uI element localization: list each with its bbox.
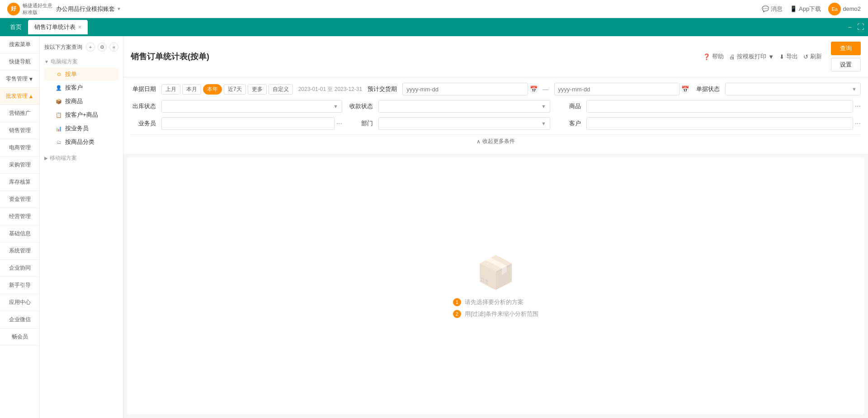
combo-icon: 📋 [55,111,62,119]
filter-area: 单据日期 上月 本月 本年 近7天 更多 自定义 2023-01-01 至 20… [123,77,868,153]
sidebar-item-marketing[interactable]: 营销推广 [0,105,39,122]
logo-area: 好 畅捷通好生意 标准版 [7,2,52,15]
scheme-item-by-customer[interactable]: 👤 按客户 [44,81,118,95]
sidebar-item-basic-info[interactable]: 基础信息 [0,225,39,242]
payment-select-arrow-icon: ▼ [541,104,546,109]
sidebar-item-wechat[interactable]: 企业微信 [0,311,39,328]
help-icon: ❓ [703,53,710,60]
hint-num-1: 1 [453,298,461,306]
sidebar-item-sales[interactable]: 销售管理 [0,122,39,139]
folder-icon: 🗂 [55,138,62,146]
maximize-icon[interactable]: ⛶ [857,23,864,31]
expected-date-to-input[interactable] [554,83,679,95]
refresh-icon: ↺ [803,53,808,60]
page-title: 销售订单统计表(按单) [131,51,209,62]
content-area: 按以下方案查询 + ⚙ « ▼ 电脑端方案 ⊙ 按单 👤 按客 [40,36,868,418]
collapse-panel-button[interactable]: « [109,43,118,52]
salesman-field: ··· [161,117,342,130]
sidebar-item-ecommerce[interactable]: 电商管理 [0,139,39,157]
scheme-item-by-goods-category[interactable]: 🗂 按商品分类 [44,135,118,149]
scheme-item-by-order[interactable]: ⊙ 按单 [44,67,118,81]
scheme-section-desktop: ▼ 电脑端方案 ⊙ 按单 👤 按客户 📦 按商品 📋 按客户+商品 [40,54,123,151]
print-button[interactable]: 🖨 按模板打印 ▼ [729,52,774,61]
shipment-label: 出库状态 [131,102,156,110]
empty-hint-item-2: 2 用[过滤]条件来缩小分析范围 [453,310,538,318]
sidebar-item-retail[interactable]: 零售管理 ▼ [0,71,39,88]
collapse-bar[interactable]: ∧ 收起更多条件 [131,134,861,148]
tab-sales-order-stats[interactable]: 销售订单统计表 × [28,20,88,34]
scheme-item-by-goods[interactable]: 📦 按商品 [44,95,118,108]
refresh-button[interactable]: ↺ 刷新 [803,52,822,61]
tabbar-right: － ⛶ [846,23,864,32]
print-dropdown-icon: ▼ [768,53,774,60]
chart-icon: 📊 [55,125,62,132]
date-range-display: 2023-01-01 至 2023-12-31 [298,86,362,93]
sidebar-item-purchase[interactable]: 采购管理 [0,157,39,174]
sidebar-item-finance[interactable]: 资金管理 [0,191,39,208]
retail-arrow-icon: ▼ [28,76,34,82]
left-panel: 按以下方案查询 + ⚙ « ▼ 电脑端方案 ⊙ 按单 👤 按客 [40,36,123,418]
user-menu[interactable]: Ea demo2 [828,3,861,15]
date-btn-this-year[interactable]: 本年 [203,84,222,95]
page-actions: ❓ 帮助 🖨 按模板打印 ▼ ⬇ 导出 [703,42,861,71]
calendar-from-icon[interactable]: 📅 [530,86,538,93]
status-select-arrow-icon: ▼ [852,86,857,92]
date-btn-custom[interactable]: 自定义 [269,84,293,95]
payment-select[interactable]: ▼ [378,100,550,113]
department-select[interactable]: ▼ [378,117,550,130]
settings-scheme-button[interactable]: ⚙ [98,43,107,52]
tab-close-icon[interactable]: × [78,24,81,30]
status-select[interactable]: ▼ [725,83,861,95]
date-btn-last-month[interactable]: 上月 [161,84,180,95]
print-icon: 🖨 [729,53,735,60]
avatar: Ea [828,3,841,15]
goods-input-wrapper[interactable] [586,100,853,113]
sidebar-item-guide[interactable]: 新手引导 [0,277,39,294]
salesman-input-wrapper[interactable] [161,117,335,130]
scheme-section-title-desktop[interactable]: ▼ 电脑端方案 [44,56,118,67]
calendar-to-icon[interactable]: 📅 [681,86,689,93]
date-btn-this-month[interactable]: 本月 [182,84,201,95]
scheme-section-title-mobile[interactable]: ▶ 移动端方案 [44,152,118,164]
export-button[interactable]: ⬇ 导出 [779,52,798,61]
customer-field: ··· [586,117,861,130]
filter-row-1: 单据日期 上月 本月 本年 近7天 更多 自定义 2023-01-01 至 20… [131,83,861,95]
goods-more-icon[interactable]: ··· [855,102,861,110]
app-download-button[interactable]: 📱 App下载 [790,5,821,13]
sidebar-item-member[interactable]: 畅会员 [0,328,39,346]
help-button[interactable]: ❓ 帮助 [703,52,724,61]
date-btn-7days[interactable]: 近7天 [224,84,246,95]
query-button[interactable]: 查询 [831,42,861,55]
salesman-more-icon[interactable]: ··· [336,119,342,128]
section-arrow-icon: ▼ [44,59,49,64]
message-button[interactable]: 💬 消息 [762,5,783,13]
date-btn-more[interactable]: 更多 [248,84,267,95]
customer-input-wrapper[interactable] [586,117,853,130]
scheme-section-mobile: ▶ 移动端方案 [40,151,123,166]
sidebar-item-quick-nav[interactable]: 快捷导航 [0,53,39,71]
empty-hint: 1 请先选择要分析的方案 2 用[过滤]条件来缩小分析范围 [453,298,538,318]
settings-button[interactable]: 设置 [831,58,861,71]
expected-date-from-input[interactable] [402,83,528,95]
scheme-item-by-salesman[interactable]: 📊 按业务员 [44,122,118,135]
customer-more-icon[interactable]: ··· [855,119,861,128]
tab-home[interactable]: 首页 [4,20,28,34]
shipment-select[interactable]: ▼ [161,100,342,113]
sidebar-item-search-menu[interactable]: 搜索菜单 [0,36,39,53]
sidebar-item-enterprise[interactable]: 企业协同 [0,260,39,277]
app-title-dropdown[interactable]: 办公用品行业模拟账套 ▼ [56,5,121,13]
goods-label: 商品 [556,102,581,110]
add-scheme-button[interactable]: + [86,43,95,52]
minimize-icon[interactable]: － [846,23,854,32]
sidebar-item-system[interactable]: 系统管理 [0,242,39,260]
sidebar-item-app-center[interactable]: 应用中心 [0,294,39,311]
page-header: 销售订单统计表(按单) ❓ 帮助 🖨 按模板打印 ▼ [123,36,868,77]
goods-icon: 📦 [55,98,62,105]
tabbar: 首页 销售订单统计表 × － ⛶ [0,18,868,36]
sidebar-item-inventory[interactable]: 库存核算 [0,174,39,191]
expected-date-label: 预计交货期 [368,85,397,93]
collapse-icon: ∧ [476,138,481,145]
sidebar-item-operations[interactable]: 经营管理 [0,208,39,225]
scheme-item-by-customer-goods[interactable]: 📋 按客户+商品 [44,108,118,122]
sidebar-item-wholesale[interactable]: 批发管理 ▲ [0,88,39,105]
